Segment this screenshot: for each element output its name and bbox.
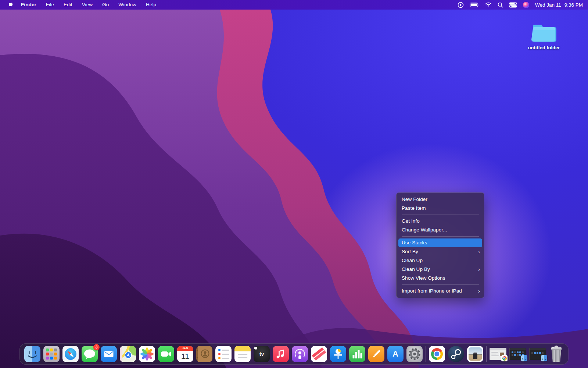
dock-keynote-icon[interactable] [330,346,346,362]
desktop-folder-untitled[interactable]: untitled folder [520,22,567,50]
dock-notes-icon[interactable] [234,346,251,362]
chrome-badge-icon [501,355,508,361]
desktop-context-menu: New Folder Paste Item Get Info Change Wa… [396,192,484,298]
folder-label: untitled folder [528,45,560,50]
menu-item-import-from-iphone[interactable]: Import from iPhone or iPad › [397,287,484,296]
dock-facetime-icon[interactable] [158,346,174,362]
dock-news-icon[interactable] [311,346,327,362]
menubar-time: 9:36 PM [564,2,583,8]
menu-separator [402,236,479,237]
folder-icon [531,22,556,43]
dock-trash-icon[interactable] [549,346,564,362]
menu-item-get-info[interactable]: Get Info [397,217,484,226]
menubar-item-window[interactable]: Window [114,0,141,10]
dock-safari-icon[interactable] [62,346,79,362]
menubar-item-go[interactable]: Go [97,0,114,10]
photo-thumbnail [469,347,482,361]
chevron-right-icon: › [478,287,480,296]
dock-music-icon[interactable] [273,346,289,362]
menu-item-new-folder[interactable]: New Folder [397,195,484,204]
siri-icon[interactable] [523,2,529,8]
wifi-icon[interactable] [485,2,492,7]
dock-photo-viewer-icon[interactable] [467,346,483,362]
menu-item-show-view-options[interactable]: Show View Options [397,274,484,283]
screen-mirroring-icon[interactable] [458,2,464,8]
menubar-app-name[interactable]: Finder [16,0,41,10]
menu-item-use-stacks[interactable]: Use Stacks [398,238,482,247]
dock-separator [486,346,487,362]
menubar-item-edit[interactable]: Edit [59,0,77,10]
desktop-wallpaper [0,0,588,368]
messages-badge: 3 [93,344,100,350]
dock-contacts-icon[interactable] [196,346,212,362]
menubar-item-file[interactable]: File [41,0,59,10]
tv-label: tv [259,351,264,357]
dock-mail-icon[interactable] [101,346,117,362]
dock-system-settings-icon[interactable] [406,346,423,362]
finder-badge-icon [521,355,527,361]
menu-separator [402,284,479,285]
menu-item-paste-item[interactable]: Paste Item [397,204,484,213]
menubar-item-help[interactable]: Help [141,0,161,10]
menu-item-clean-up-by[interactable]: Clean Up By › [397,265,484,274]
dock-calendar-icon[interactable]: JAN 11 [177,346,193,362]
dock-tv-icon[interactable]: tv [254,346,270,362]
search-icon[interactable] [498,2,503,8]
battery-icon[interactable] [470,3,479,7]
dock-reminders-icon[interactable] [215,346,232,362]
dock: 3 [19,343,569,365]
dock-separator [426,346,426,362]
minimized-finder-window[interactable] [509,348,526,360]
apple-menu-icon[interactable] [5,2,16,8]
calendar-month: JAN [177,346,193,351]
menubar-item-view[interactable]: View [77,0,97,10]
menu-item-sort-by[interactable]: Sort By › [397,247,484,256]
control-center-icon[interactable] [509,2,517,8]
menubar-clock[interactable]: Wed Jan 11 9:36 PM [535,2,583,8]
menu-item-change-wallpaper[interactable]: Change Wallpaper... [397,226,484,234]
chevron-right-icon: › [478,265,480,274]
dock-numbers-icon[interactable] [349,346,365,362]
menu-item-clean-up[interactable]: Clean Up [397,256,484,265]
minimized-chrome-window[interactable] [490,348,506,360]
menu-separator [402,215,479,215]
finder-badge-icon [541,355,547,361]
dock-chrome-icon[interactable] [429,346,445,362]
dock-steam-icon[interactable] [448,346,464,362]
menubar-date: Wed Jan 11 [535,2,561,8]
menu-bar: Finder File Edit View Go Window Help [0,0,588,10]
chevron-right-icon: › [478,247,480,256]
appstore-letter: A [387,346,404,362]
dock-finder-icon[interactable] [24,346,40,362]
apple-logo-icon [254,346,258,351]
dock-pages-icon[interactable] [368,346,384,362]
dock-photos-icon[interactable] [139,346,155,362]
calendar-day: 11 [177,351,193,362]
dock-maps-icon[interactable] [120,346,136,362]
dock-podcasts-icon[interactable] [292,346,308,362]
dock-appstore-icon[interactable]: A [387,346,404,362]
dock-launchpad-icon[interactable] [43,346,60,362]
minimized-finder-window[interactable] [529,348,546,360]
